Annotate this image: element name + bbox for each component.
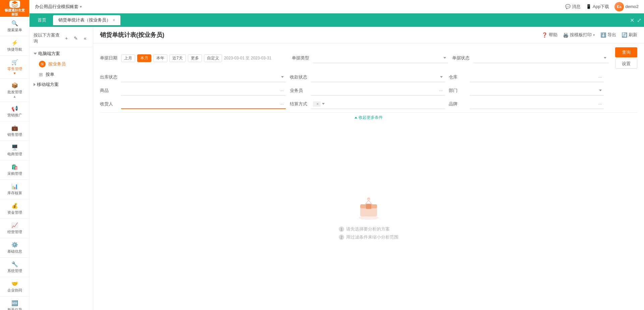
refresh-btn[interactable]: 🔄 刷新	[622, 32, 637, 38]
sidebar-item-search[interactable]: 🔍 搜索菜单	[0, 17, 29, 36]
filter-goods-field[interactable]: ···	[121, 86, 286, 96]
sidebar-item-marketing[interactable]: 📢 营销推广	[0, 102, 29, 121]
empty-hint-1: 1 请先选择要分析的方案	[339, 226, 398, 232]
print-icon: 🖨️	[563, 32, 569, 38]
user-profile[interactable]: Ea demo2	[614, 2, 639, 11]
hint-text-2: 用过滤条件来缩小分析范围	[346, 234, 398, 240]
sidebar-item-newuser[interactable]: 🆕 新手引导	[0, 297, 29, 310]
app-download-label: App下载	[593, 4, 609, 10]
query-btn[interactable]: 查询	[615, 47, 637, 57]
logo-icon	[9, 0, 20, 8]
filter-status-field[interactable]	[473, 53, 608, 63]
filter-receiver-field[interactable]: ···	[121, 99, 286, 109]
messages-btn[interactable]: 💬 消息	[565, 4, 581, 10]
content-area: 按以下方案查询 + ✎ « 电脑端方案	[30, 27, 644, 310]
wholesale-icon: 📦	[11, 82, 18, 89]
tab-close-window-btn[interactable]: ✕	[630, 17, 634, 23]
main-area: 办公用品行业模拟账套 ▾ 💬 消息 📱 App下载 Ea demo2 首页 销货…	[30, 0, 644, 310]
marketing-icon: 📢	[11, 105, 18, 112]
collapse-panel-btn[interactable]: «	[82, 35, 89, 42]
filter-warehouse-field[interactable]: ···	[470, 72, 604, 82]
filter-status-dropdown-icon	[604, 57, 606, 59]
topbar: 办公用品行业模拟账套 ▾ 💬 消息 📱 App下载 Ea demo2	[30, 0, 644, 13]
filter-type-label: 单据类型	[292, 55, 310, 61]
filter-department-field[interactable]	[470, 86, 604, 96]
sidebar-item-wholesale[interactable]: 📦 批发管理 ▲	[0, 79, 29, 102]
sidebar-item-finance[interactable]: 💰 资金管理	[0, 199, 29, 219]
settings-btn[interactable]: 设置	[615, 59, 637, 69]
filter-type-dropdown-icon	[443, 57, 446, 59]
sidebar-item-quicknav[interactable]: ⚡ 快捷导航	[0, 36, 29, 56]
left-panel-actions: + ✎ «	[63, 35, 89, 42]
sidebar-item-purchase[interactable]: 🛍️ 采购管理	[0, 160, 29, 180]
add-scheme-btn[interactable]: +	[63, 35, 70, 42]
date-custom-btn[interactable]: 自定义	[204, 54, 222, 62]
tab-home[interactable]: 首页	[32, 15, 52, 25]
tabbar-actions: ✕ ⤢	[630, 17, 641, 23]
collapse-icon: «	[84, 36, 87, 41]
edit-icon: ✎	[74, 36, 78, 41]
desktop-scheme-group: 电脑端方案 按 按业务员 ⊞ 按单 移动端方案	[30, 47, 93, 91]
company-label: 办公用品行业模拟账套	[35, 4, 78, 10]
filter-salesperson-field[interactable]: ···	[311, 86, 445, 96]
empty-illustration	[352, 194, 385, 222]
filter-salesperson-more-icon[interactable]: ···	[439, 88, 443, 93]
date-current-month-btn[interactable]: 本月	[137, 54, 151, 62]
edit-scheme-btn[interactable]: ✎	[72, 35, 79, 42]
desktop-scheme-header[interactable]: 电脑端方案	[30, 49, 93, 59]
retail-expand-icon: ▼	[13, 71, 16, 75]
filter-receiver-item: 收货人 ···	[100, 99, 286, 109]
empty-hint-list: 1 请先选择要分析的方案 2 用过滤条件来缩小分析范围	[339, 226, 398, 242]
help-btn[interactable]: ❓ 帮助	[542, 32, 557, 38]
filter-row-2: 出库状态 收款状态 仓库	[100, 72, 637, 82]
sidebar-item-retail[interactable]: 🛒 零售管理 ▼	[0, 56, 29, 79]
scheme-item-by-order[interactable]: ⊞ 按单	[30, 69, 93, 80]
company-dropdown-icon[interactable]: ▾	[80, 4, 82, 9]
topbar-right: 💬 消息 📱 App下载 Ea demo2	[565, 2, 639, 11]
sidebar-item-enterprise[interactable]: 🤝 企业协同	[0, 277, 29, 297]
filter-warehouse-more-icon[interactable]: ···	[598, 74, 602, 80]
filter-settlement-field[interactable]: ×	[311, 99, 445, 109]
filter-brand-more-icon[interactable]: ···	[598, 101, 602, 106]
filter-brand-field[interactable]: ···	[470, 99, 604, 109]
retail-icon: 🛒	[11, 59, 18, 65]
print-dropdown-icon[interactable]: ▾	[593, 33, 595, 37]
filter-settlement-tag-close[interactable]: ×	[316, 102, 319, 106]
filter-brand-label: 品牌	[449, 101, 467, 107]
help-label: 帮助	[549, 32, 557, 38]
date-more-btn[interactable]: 更多	[188, 54, 202, 62]
sidebar-item-ecommerce[interactable]: 🖥️ 电商管理	[0, 141, 29, 160]
logo-main-text: 畅捷通好生意	[5, 8, 25, 12]
date-recent7-btn[interactable]: 近7天	[169, 54, 186, 62]
filter-settlement-label: 结算方式	[290, 101, 308, 107]
collapse-filter-btn[interactable]: 收起更多条件	[100, 112, 637, 122]
query-actions: 查询 设置	[615, 47, 637, 69]
sidebar-item-system[interactable]: 🔧 系统管理	[0, 258, 29, 277]
sidebar-item-operations[interactable]: 📈 经营管理	[0, 219, 29, 238]
purchase-icon: 🛍️	[11, 164, 18, 170]
filter-type-field[interactable]	[313, 53, 448, 63]
tab-maximize-btn[interactable]: ⤢	[637, 17, 641, 23]
filter-goods-more-icon[interactable]: ···	[280, 88, 284, 93]
export-btn[interactable]: ⬇️ 导出	[600, 32, 616, 38]
filter-payment-field[interactable]	[311, 72, 445, 82]
topbar-left: 办公用品行业模拟账套 ▾	[35, 4, 565, 10]
sidebar-item-inventory[interactable]: 📊 库存核算	[0, 180, 29, 199]
page-title-row: 销货单统计表(按业务员) ❓ 帮助 🖨️ 按模板打印 ▾ ⬇️	[100, 31, 637, 39]
app-download-btn[interactable]: 📱 App下载	[586, 4, 609, 10]
filter-outbound-field[interactable]	[121, 72, 286, 82]
date-current-year-btn[interactable]: 本年	[153, 54, 167, 62]
company-name[interactable]: 办公用品行业模拟账套 ▾	[35, 4, 82, 10]
print-btn[interactable]: 🖨️ 按模板打印 ▾	[563, 32, 595, 38]
date-prev-month-btn[interactable]: 上月	[121, 54, 135, 62]
mobile-scheme-header[interactable]: 移动端方案	[30, 80, 93, 90]
tab-close-btn[interactable]: ×	[113, 18, 115, 22]
sidebar-item-sales[interactable]: 💼 销售管理	[0, 121, 29, 141]
main-content: 销货单统计表(按业务员) ❓ 帮助 🖨️ 按模板打印 ▾ ⬇️	[93, 27, 644, 310]
filter-settlement-tag: ×	[313, 101, 321, 107]
scheme-item-by-salesperson[interactable]: 按 按业务员	[30, 59, 93, 69]
sidebar: 畅捷通好生意 标版 🔍 搜索菜单 ⚡ 快捷导航 🛒 零售管理 ▼ 📦 批发管理 …	[0, 0, 30, 310]
filter-receiver-more-icon[interactable]: ···	[280, 101, 284, 106]
sidebar-item-basic[interactable]: ⚙️ 基础信息	[0, 238, 29, 258]
tab-active-sales-stats[interactable]: 销货单统计表（按业务员） ×	[53, 15, 120, 25]
